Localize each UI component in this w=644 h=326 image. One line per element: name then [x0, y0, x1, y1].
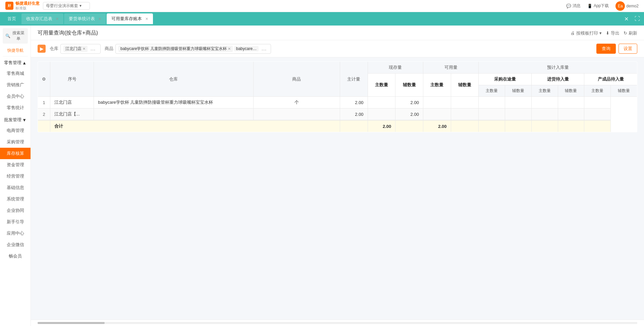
user-area[interactable]: Ea demo2	[615, 1, 639, 11]
expand-icon: ▶	[40, 46, 44, 51]
query-button[interactable]: 查询	[596, 44, 616, 54]
sidebar-item-basic-label: 基础信息	[7, 185, 24, 190]
main-layout: 🔍 搜索菜单 快捷导航 零售管理 ▲ 零售商城 营销推广 会员中心 零售统计	[0, 26, 644, 326]
sidebar-item-retail-stats-label: 零售统计	[7, 105, 24, 110]
th-current-main: 主数量	[368, 74, 395, 97]
summary-transfer-main	[531, 120, 558, 132]
print-template-button[interactable]: 🖨 按模板打印 ▾	[571, 30, 602, 36]
quick-nav-item[interactable]: 快捷导航	[0, 46, 31, 56]
filter-expand-button[interactable]: ▶	[38, 45, 46, 53]
settings-button[interactable]: 设置	[619, 44, 637, 54]
sidebar-item-purchase[interactable]: 采购管理	[0, 136, 31, 148]
row1-available-main: 2.00	[395, 97, 423, 108]
search-menu-button[interactable]: 🔍 搜索菜单	[3, 28, 28, 44]
th-settings[interactable]: ⚙	[38, 62, 50, 97]
th-purchase-aux: 辅数量	[505, 85, 532, 97]
product-filter-label: 商品	[105, 46, 113, 52]
tab-receive-summary-label: 收发存汇总表	[26, 16, 52, 22]
sidebar-item-wecom[interactable]: 企业微信	[0, 239, 31, 250]
filter-actions: 查询 设置	[596, 44, 637, 54]
sidebar-item-guide[interactable]: 新手引导	[0, 216, 31, 228]
warehouse-tag-close[interactable]: ✕	[83, 47, 86, 51]
export-button[interactable]: ⬇ 导出	[606, 30, 620, 36]
summary-purchase-aux	[505, 120, 532, 132]
maximize-icon[interactable]: ⛶	[633, 14, 641, 23]
sidebar-item-enterprise[interactable]: 企业协同	[0, 205, 31, 216]
sidebar-item-retail-stats[interactable]: 零售统计	[0, 102, 31, 113]
sidebar-group-retail-header[interactable]: 零售管理 ▲	[0, 56, 31, 68]
row2-production-main	[558, 108, 584, 121]
tab-order-stats-close[interactable]: ✕	[98, 17, 101, 21]
th-no: 序号	[50, 62, 94, 97]
summary-available-main: 2.00	[423, 120, 451, 132]
tab-available-inventory[interactable]: 可用量库存账本 ✕	[107, 13, 153, 24]
th-production-incoming: 产成品待入量	[584, 74, 637, 85]
app-download-label: App下载	[594, 3, 609, 9]
tab-order-stats[interactable]: 要货单统计表 ✕	[64, 13, 106, 24]
sidebar-item-marketing[interactable]: 营销推广	[0, 79, 31, 91]
row1-production-aux	[584, 97, 611, 108]
sidebar-item-vip[interactable]: 畅会员	[0, 250, 31, 262]
refresh-button[interactable]: ↻ 刷新	[624, 30, 637, 36]
row1-production-main	[558, 97, 584, 108]
product-tag-2: babycare…	[234, 46, 259, 51]
quick-nav-label: 快捷导航	[7, 48, 23, 53]
sidebar-item-inventory[interactable]: 库存核算	[0, 148, 31, 159]
warehouse-filter-label: 仓库	[50, 46, 58, 52]
export-label: 导出	[611, 30, 620, 36]
warehouse-filter-input[interactable]: 江北门店 ✕ …	[60, 44, 101, 54]
tab-receive-summary-close[interactable]: ✕	[56, 17, 59, 21]
summary-unit	[340, 120, 368, 132]
sidebar-item-member-label: 会员中心	[7, 94, 24, 99]
row2-transfer-main	[505, 108, 532, 121]
sidebar-item-appstore[interactable]: 应用中心	[0, 228, 31, 239]
th-purchase-incoming: 采购在途量	[479, 74, 532, 85]
sidebar-item-system-label: 系统管理	[7, 196, 24, 201]
logo-sub: 标准版	[15, 6, 40, 11]
sidebar-group-wholesale-label: 批发管理	[4, 117, 21, 123]
row2-warehouse: 江北门店【...	[50, 108, 94, 121]
sidebar-item-operation[interactable]: 经营管理	[0, 171, 31, 182]
sidebar-item-system[interactable]: 系统管理	[0, 193, 31, 205]
top-bar: 好 畅捷通好生意 标准版 母婴行业演示账套 ▾ 💬 消息 📱 App下载 Ea …	[0, 0, 644, 12]
sidebar-item-member[interactable]: 会员中心	[0, 91, 31, 102]
logo-text: 畅捷通好生意	[15, 1, 40, 6]
nav-tabs: 首页 收发存汇总表 ✕ 要货单统计表 ✕ 可用量库存账本 ✕ ✕ ⛶	[0, 12, 644, 26]
row1-purchase-main	[451, 97, 479, 108]
th-planned-incoming: 预计入库量	[479, 62, 637, 74]
app-download-action[interactable]: 📱 App下载	[587, 3, 609, 9]
product-more-icon[interactable]: …	[260, 46, 268, 52]
product-filter-input[interactable]: babycare学饮杯 儿童防摔防撞吸管杯重力球吸嘴杯宝宝水杯 ✕ babyca…	[115, 44, 271, 54]
print-template-label: 按模板打印	[576, 30, 598, 36]
logo-text-block: 畅捷通好生意 标准版	[15, 1, 40, 11]
message-action[interactable]: 💬 消息	[566, 3, 581, 9]
content-area: 可用量查询(按仓库+商品) 🖨 按模板打印 ▾ ⬇ 导出 ↻ 刷新	[31, 26, 644, 326]
tab-receive-summary[interactable]: 收发存汇总表 ✕	[21, 13, 63, 24]
tab-home[interactable]: 首页	[3, 13, 21, 24]
warehouse-tag: 江北门店 ✕	[63, 46, 88, 52]
product-tag-1-close[interactable]: ✕	[228, 47, 231, 51]
sidebar-item-basic[interactable]: 基础信息	[0, 182, 31, 193]
row1-no: 1	[38, 97, 50, 108]
th-product: 商品	[253, 62, 340, 97]
page-actions: 🖨 按模板打印 ▾ ⬇ 导出 ↻ 刷新	[571, 30, 637, 36]
tab-available-inventory-close[interactable]: ✕	[145, 17, 148, 21]
sidebar-item-retail-store[interactable]: 零售商城	[0, 68, 31, 79]
scroll-thumb[interactable]	[38, 322, 105, 324]
row2-production-aux	[584, 108, 611, 121]
sidebar: 🔍 搜索菜单 快捷导航 零售管理 ▲ 零售商城 营销推广 会员中心 零售统计	[0, 26, 31, 326]
sidebar-item-ecommerce-label: 电商管理	[7, 128, 24, 133]
tenant-name: 母婴行业演示账套	[46, 3, 78, 9]
tenant-select[interactable]: 母婴行业演示账套 ▾	[43, 2, 90, 10]
sidebar-search-area: 🔍 搜索菜单	[0, 26, 31, 46]
close-all-icon[interactable]: ✕	[623, 14, 630, 24]
sidebar-item-finance[interactable]: 资金管理	[0, 159, 31, 171]
sidebar-item-inventory-label: 库存核算	[7, 151, 24, 156]
warehouse-more-icon[interactable]: …	[89, 46, 97, 52]
sidebar-item-ecommerce[interactable]: 电商管理	[0, 125, 31, 136]
sidebar-group-wholesale-header[interactable]: 批发管理 ▼	[0, 113, 31, 125]
page-title: 可用量查询(按仓库+商品)	[38, 30, 98, 37]
row1-current-main: 2.00	[340, 97, 368, 108]
row2-purchase-main	[451, 108, 479, 121]
scroll-track[interactable]	[38, 322, 637, 324]
